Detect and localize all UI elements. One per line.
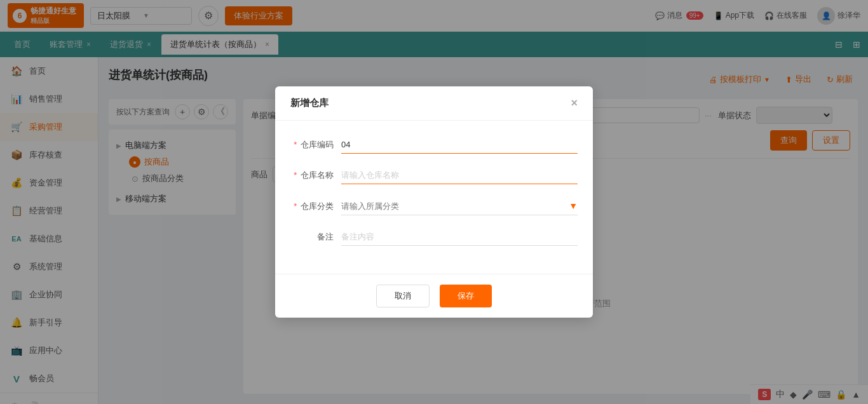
code-input[interactable] — [341, 136, 578, 154]
modal-close-button[interactable]: × — [571, 97, 578, 110]
modal-header: 新增仓库 × — [275, 86, 593, 121]
form-row-category: * 仓库分类 ▼ — [290, 197, 578, 215]
save-button[interactable]: 保存 — [440, 285, 492, 307]
note-input[interactable] — [341, 228, 578, 246]
modal-body: * 仓库编码 * 仓库名称 * 仓库分类 — [275, 121, 593, 274]
modal-overlay: 新增仓库 × * 仓库编码 * 仓库名称 — [0, 0, 868, 404]
code-label: * 仓库编码 — [290, 139, 341, 151]
category-required: * — [294, 201, 297, 211]
form-row-code: * 仓库编码 — [290, 136, 578, 154]
name-input[interactable] — [341, 166, 578, 184]
category-select-row[interactable]: ▼ — [341, 197, 578, 215]
category-label: * 仓库分类 — [290, 201, 341, 212]
cancel-button[interactable]: 取消 — [376, 285, 430, 307]
name-required: * — [294, 170, 297, 180]
form-row-note: 备注 — [290, 228, 578, 246]
code-required: * — [294, 140, 297, 149]
modal-footer: 取消 保存 — [275, 274, 593, 318]
modal-title: 新增仓库 — [290, 97, 329, 109]
category-dropdown-arrow: ▼ — [569, 201, 578, 211]
name-label: * 仓库名称 — [290, 170, 341, 181]
note-label: 备注 — [290, 231, 341, 243]
category-input[interactable] — [341, 201, 569, 211]
form-row-name: * 仓库名称 — [290, 166, 578, 184]
modal-add-warehouse: 新增仓库 × * 仓库编码 * 仓库名称 — [275, 86, 593, 318]
